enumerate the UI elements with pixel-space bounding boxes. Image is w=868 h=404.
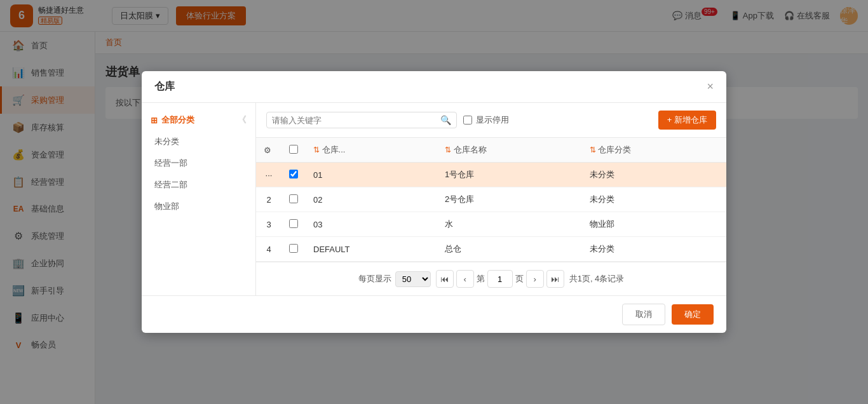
table-row[interactable]: 3 03 水 物业部: [256, 212, 726, 237]
page-prefix: 第: [477, 273, 485, 285]
more-icon[interactable]: ···: [266, 170, 273, 180]
row-checkbox[interactable]: [289, 170, 298, 178]
row-category: 物业部: [582, 212, 727, 237]
row-checkbox[interactable]: [289, 244, 298, 253]
last-page-button[interactable]: ⏭: [546, 270, 564, 288]
col-name: ⇅ 仓库名称: [437, 138, 581, 163]
category-item-ops1[interactable]: 经营一部: [142, 152, 255, 174]
row-actions: ···: [256, 163, 281, 187]
table-head: ⚙ ⇅ 仓库... ⇅ 仓库名称: [256, 138, 726, 163]
category-item-ops2[interactable]: 经营二部: [142, 174, 255, 196]
row-code: DEFAULT: [306, 237, 437, 262]
warehouse-table: ⚙ ⇅ 仓库... ⇅ 仓库名称: [256, 138, 726, 262]
collapse-button[interactable]: 《: [238, 114, 247, 126]
total-info: 共1页, 4条记录: [569, 273, 625, 285]
col-code: ⇅ 仓库...: [306, 138, 437, 163]
row-actions: 2: [256, 187, 281, 212]
page-suffix: 页: [515, 273, 524, 285]
row-category: 未分类: [582, 163, 727, 187]
row-name: 2号仓库: [437, 187, 581, 212]
row-checkbox-cell: [281, 187, 306, 212]
table-toolbar: 🔍 显示停用 + 新增仓库: [256, 103, 726, 138]
prev-page-button[interactable]: ‹: [456, 270, 474, 288]
row-category: 未分类: [582, 237, 727, 262]
table-body: ··· 01 1号仓库 未分类 2 02 2号仓库 未分类 3 03 水 物业部…: [256, 163, 726, 262]
page-number-input[interactable]: [487, 270, 513, 288]
search-icon: 🔍: [440, 115, 451, 125]
row-code: 03: [306, 212, 437, 237]
first-page-button[interactable]: ⏮: [436, 270, 454, 288]
sort-icon-cat: ⇅: [590, 145, 596, 154]
search-input[interactable]: [272, 116, 437, 125]
modal-header: 仓库 ×: [142, 71, 726, 103]
confirm-button[interactable]: 确定: [672, 304, 714, 325]
category-header: ⊞ 全部分类 《: [142, 109, 255, 131]
grid-icon: ⊞: [151, 116, 158, 125]
row-code: 02: [306, 187, 437, 212]
select-all-checkbox[interactable]: [289, 145, 298, 154]
category-panel: ⊞ 全部分类 《 未分类 经营一部 经营二部 物业部: [142, 103, 256, 295]
table-row[interactable]: 4 DEFAULT 总仓 未分类: [256, 237, 726, 262]
row-checkbox[interactable]: [289, 219, 298, 228]
row-checkbox[interactable]: [289, 194, 298, 203]
row-checkbox-cell: [281, 237, 306, 262]
table-row[interactable]: 2 02 2号仓库 未分类: [256, 187, 726, 212]
next-page-button[interactable]: ›: [526, 270, 544, 288]
modal-title: 仓库: [154, 80, 175, 93]
gear-icon[interactable]: ⚙: [264, 145, 271, 155]
row-name: 总仓: [437, 237, 581, 262]
cancel-button[interactable]: 取消: [622, 304, 665, 325]
category-item-property[interactable]: 物业部: [142, 196, 255, 217]
table-container: ⚙ ⇅ 仓库... ⇅ 仓库名称: [256, 138, 726, 262]
modal-close-button[interactable]: ×: [707, 80, 714, 93]
col-category: ⇅ 仓库分类: [582, 138, 727, 163]
show-disabled-checkbox[interactable]: [463, 116, 472, 125]
row-name: 1号仓库: [437, 163, 581, 187]
row-actions: 4: [256, 237, 281, 262]
row-category: 未分类: [582, 187, 727, 212]
row-checkbox-cell: [281, 212, 306, 237]
warehouse-modal: 仓库 × ⊞ 全部分类 《 未分类 经营一部 经营二部 物业部: [142, 71, 726, 333]
sort-icon-name: ⇅: [445, 145, 451, 154]
row-actions: 3: [256, 212, 281, 237]
table-row[interactable]: ··· 01 1号仓库 未分类: [256, 163, 726, 187]
per-page-control: 每页显示 50 10 20 100: [358, 271, 431, 287]
per-page-label: 每页显示: [358, 273, 391, 285]
table-panel: 🔍 显示停用 + 新增仓库 ⚙: [256, 103, 726, 295]
all-category-title[interactable]: ⊞ 全部分类: [151, 114, 194, 126]
row-name: 水: [437, 212, 581, 237]
category-item-unclassified[interactable]: 未分类: [142, 131, 255, 152]
row-checkbox-cell: [281, 163, 306, 187]
modal-body: ⊞ 全部分类 《 未分类 经营一部 经营二部 物业部 🔍 显示停用: [142, 103, 726, 295]
col-checkbox: [281, 138, 306, 163]
page-nav: ⏮ ‹ 第 页 › ⏭: [436, 270, 564, 288]
row-code: 01: [306, 163, 437, 187]
modal-footer: 取消 确定: [142, 295, 726, 333]
all-category-label: 全部分类: [161, 114, 194, 126]
pagination: 每页显示 50 10 20 100 ⏮ ‹ 第 页 › ⏭: [256, 262, 726, 295]
col-gear: ⚙: [256, 138, 281, 163]
per-page-select[interactable]: 50 10 20 100: [395, 271, 431, 287]
add-warehouse-button[interactable]: + 新增仓库: [658, 111, 716, 130]
search-wrap: 🔍: [266, 112, 457, 128]
sort-icon: ⇅: [313, 145, 320, 154]
show-disabled-label[interactable]: 显示停用: [463, 114, 509, 126]
